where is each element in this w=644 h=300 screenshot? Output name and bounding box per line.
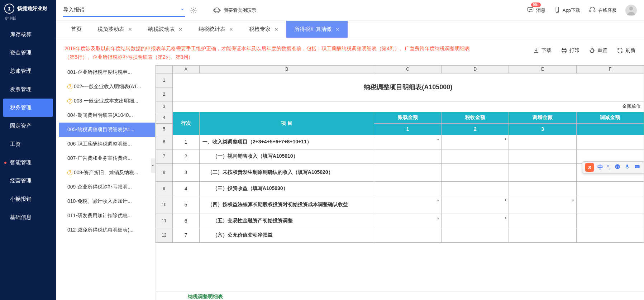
app-download-button[interactable]: App下载 [554, 6, 580, 14]
report-item[interactable]: ?008-资产折旧、摊销及纳税... [59, 166, 155, 180]
print-button[interactable]: 打印 [561, 47, 579, 54]
cell-seq[interactable]: 5 [172, 196, 199, 214]
cell-value[interactable]: * [374, 214, 442, 228]
col-header[interactable]: B [199, 65, 374, 73]
sidebar-item[interactable]: 固定资产 [0, 117, 56, 135]
ime-keyboard-icon[interactable] [634, 164, 641, 171]
cell-seq[interactable]: 4 [172, 181, 199, 196]
tab[interactable]: 税负波动表✕ [90, 21, 140, 38]
cell-value[interactable] [509, 135, 576, 149]
cell-value[interactable] [374, 228, 442, 242]
cell-value[interactable] [576, 228, 644, 242]
cell-value[interactable]: * [442, 196, 509, 214]
sidebar-item[interactable]: 小畅报销 [0, 190, 56, 208]
report-item[interactable]: 012-减免所得税优惠明细表(... [59, 223, 155, 237]
report-item[interactable]: 011-研发费用加计扣除优惠... [59, 209, 155, 223]
sheet-title[interactable]: 纳税调整项目明细表(A105000) [172, 73, 644, 101]
hdr2-d[interactable]: 2 [442, 123, 509, 135]
tab[interactable]: 纳税波动表✕ [140, 21, 191, 38]
demo-link[interactable]: 我要看实例演示 [213, 6, 256, 14]
sidebar-item[interactable]: 库存核算 [0, 25, 56, 44]
sidebar-item[interactable]: 智能管理 [0, 153, 56, 172]
sidebar-item[interactable]: 工资 [0, 135, 56, 153]
cell-value[interactable] [509, 163, 576, 181]
report-item[interactable]: ?003-一般企业成本支出明细... [59, 94, 155, 108]
close-icon[interactable]: ✕ [274, 27, 278, 32]
cell-item[interactable]: 一、收入类调整项目（2+3+4+5+6+7+8+10+11） [199, 135, 374, 149]
unit-cell[interactable]: 金额单位 [172, 101, 644, 112]
cell-seq[interactable]: 3 [172, 163, 199, 181]
report-item[interactable]: 007-广告费和业务宣传费跨... [59, 151, 155, 166]
cell-value[interactable] [374, 181, 442, 196]
cell-item[interactable]: （一）视同销售收入（填写A105010） [199, 149, 374, 163]
cell-seq[interactable]: 7 [172, 228, 199, 242]
col-header[interactable]: E [509, 65, 576, 73]
cell-value[interactable] [576, 135, 644, 149]
cell-seq[interactable]: 1 [172, 135, 199, 149]
cell-value[interactable] [442, 163, 509, 181]
row-header[interactable]: 8 [156, 163, 173, 181]
sidebar-item[interactable]: 发票管理 [0, 80, 56, 99]
row-header[interactable]: 3 [156, 101, 173, 112]
sidebar-item[interactable]: 基础信息 [0, 208, 56, 227]
cell-value[interactable] [576, 214, 644, 228]
ime-lang-label[interactable]: 中 [597, 164, 603, 171]
cell-value[interactable] [442, 228, 509, 242]
close-icon[interactable]: ✕ [128, 27, 132, 32]
col-header[interactable]: C [374, 65, 442, 73]
row-header[interactable]: 5 [156, 123, 173, 135]
hdr-e[interactable]: 调增金额 [509, 112, 576, 123]
cell-value[interactable]: * [509, 196, 576, 214]
row-header[interactable]: 12 [156, 228, 173, 242]
sidebar-item[interactable]: 税务管理 [3, 99, 53, 117]
avatar[interactable] [625, 5, 637, 16]
reset-button[interactable]: 重置 [589, 47, 607, 54]
row-header[interactable]: 9 [156, 181, 173, 196]
cell-value[interactable] [576, 196, 644, 214]
report-item[interactable]: 009-企业所得税弥补亏损明... [59, 180, 155, 194]
col-header[interactable]: A [172, 65, 199, 73]
cell-value[interactable] [509, 228, 576, 242]
ime-punct-icon[interactable]: °, [607, 164, 611, 171]
cell-seq[interactable]: 2 [172, 149, 199, 163]
hdr-f[interactable]: 调减金额 [576, 112, 644, 123]
tab[interactable]: 纳税统计表✕ [191, 21, 241, 38]
col-header[interactable]: D [442, 65, 509, 73]
cell-value[interactable] [509, 214, 576, 228]
tab[interactable]: 所得税汇算清缴✕ [286, 21, 348, 38]
report-item[interactable]: 010-免税、减计收入及加计... [59, 194, 155, 209]
download-button[interactable]: 下载 [533, 47, 552, 54]
report-item[interactable]: 006-职工薪酬纳税调整明细... [59, 137, 155, 151]
hdr-item[interactable]: 项 目 [199, 112, 374, 135]
sheet-corner[interactable] [156, 65, 173, 73]
report-item[interactable]: 004-期间费用明细表(A1040... [59, 108, 155, 123]
hdr-c[interactable]: 账载金额 [374, 112, 442, 123]
sheet-grid[interactable]: A B C D E F 1 纳税调整项目明细表(A105000) 2 [156, 65, 644, 291]
import-error-dropdown[interactable]: 导入报错 [63, 4, 185, 17]
sidebar-item[interactable]: 总账管理 [0, 62, 56, 80]
row-header[interactable]: 4 [156, 112, 173, 123]
ime-bar[interactable]: S 中 °, [582, 161, 644, 173]
cell-value[interactable] [509, 149, 576, 163]
customer-service-button[interactable]: 在线客服 [589, 6, 617, 14]
cell-value[interactable] [374, 149, 442, 163]
row-header[interactable]: 6 [156, 135, 173, 149]
cell-value[interactable]: * [442, 214, 509, 228]
refresh-button[interactable]: 刷新 [617, 47, 635, 54]
cell-item[interactable]: （四）按权益法核算长期股权投资对初始投资成本调整确认收益 [199, 196, 374, 214]
cell-item[interactable]: （五）交易性金融资产初始投资调整 [199, 214, 374, 228]
cell-item[interactable]: （六）公允价值变动净损益 [199, 228, 374, 242]
hdr2-f[interactable] [576, 123, 644, 135]
cell-value[interactable] [374, 163, 442, 181]
close-icon[interactable]: ✕ [178, 27, 183, 32]
gear-icon[interactable] [190, 7, 197, 14]
row-header[interactable]: 1 [156, 73, 173, 87]
cell-value[interactable]: * [442, 135, 509, 149]
report-item[interactable]: 005-纳税调整项目明细表(A1... [59, 123, 155, 137]
collapse-handle[interactable]: « [151, 158, 155, 173]
row-header[interactable]: 2 [156, 87, 173, 101]
cell-value[interactable]: * [374, 135, 442, 149]
report-item[interactable]: 001-企业所得税年度纳税申... [59, 65, 155, 80]
row-header[interactable]: 11 [156, 214, 173, 228]
cell-seq[interactable]: 6 [172, 214, 199, 228]
